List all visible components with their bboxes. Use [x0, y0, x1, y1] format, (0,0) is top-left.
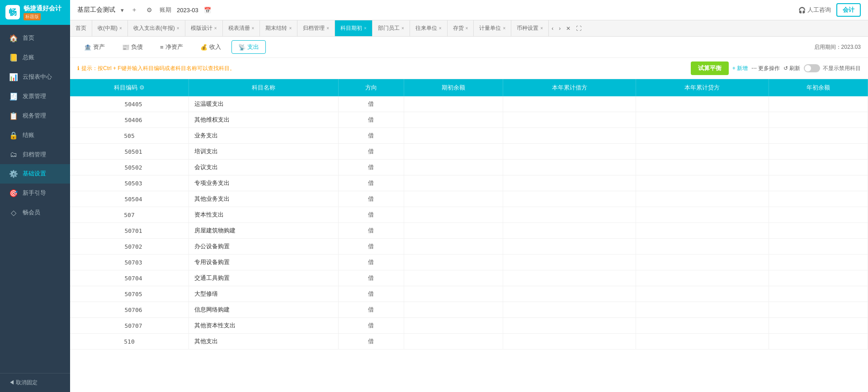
- cell-year-credit: [636, 175, 769, 191]
- cell-period-balance: [404, 191, 503, 207]
- help-btn[interactable]: 🎧 人工咨询: [798, 6, 831, 14]
- tab-----[interactable]: 税表清册×: [223, 20, 260, 37]
- dropdown-icon[interactable]: ▾: [121, 7, 124, 14]
- toggle-knob: [805, 65, 811, 71]
- tab-close-icon[interactable]: ×: [177, 26, 179, 31]
- add-tab-btn[interactable]: ＋: [129, 4, 139, 16]
- tab-next-btn[interactable]: ›: [556, 20, 563, 37]
- sidebar-item-home[interactable]: 🏠首页: [0, 28, 70, 48]
- table-row[interactable]: 50503 专项业务支出 借: [70, 175, 868, 191]
- sub-tab-收入[interactable]: 💰收入: [193, 40, 228, 54]
- cell-year-credit: [636, 239, 769, 255]
- sub-tab-净资产[interactable]: ≡净资产: [153, 40, 190, 54]
- info-icon: ℹ: [77, 65, 80, 71]
- tab-----[interactable]: 币种设置×: [511, 20, 549, 37]
- tab----------[interactable]: 收入支出表(年报)×: [128, 20, 185, 37]
- tab-close-icon[interactable]: ×: [540, 26, 543, 31]
- col-settings-icon[interactable]: ⚙: [139, 84, 145, 91]
- table-row[interactable]: 50702 办公设备购置 借: [70, 239, 868, 255]
- tab-close-icon[interactable]: ×: [214, 26, 217, 31]
- table-row[interactable]: 50704 交通工具购置 借: [70, 270, 868, 286]
- cell-direction: 借: [338, 318, 404, 334]
- tab-close-icon[interactable]: ×: [466, 26, 468, 31]
- tab---[interactable]: 首页: [70, 20, 92, 37]
- sidebar-item-guide[interactable]: 🎯新手引导: [0, 184, 70, 203]
- sidebar-item-settings[interactable]: ⚙️基础设置: [0, 164, 70, 184]
- cell-year-credit: [636, 223, 769, 239]
- sub-tab-支出[interactable]: 📡支出: [231, 40, 266, 54]
- cell-year-balance: [769, 112, 868, 128]
- table-row[interactable]: 50504 其他业务支出 借: [70, 191, 868, 207]
- more-btn[interactable]: ⋯ 更多操作: [751, 65, 780, 72]
- cell-year-debit: [503, 112, 636, 128]
- tab-close-icon[interactable]: ×: [119, 26, 122, 31]
- cell-code: 50707: [70, 318, 189, 334]
- sidebar-item-invoice[interactable]: 🧾发票管理: [0, 87, 70, 106]
- table-row[interactable]: 50703 专用设备购置 借: [70, 255, 868, 270]
- add-btn[interactable]: + 新增: [732, 65, 748, 72]
- table-row[interactable]: 50707 其他资本性支出 借: [70, 318, 868, 334]
- cell-code: 50503: [70, 175, 189, 191]
- table-row[interactable]: 50705 大型修缮 借: [70, 286, 868, 302]
- sidebar-pin-toggle[interactable]: ◀ 取消固定: [0, 373, 70, 392]
- sub-tab-资产[interactable]: 🏦资产: [77, 40, 112, 54]
- table-row[interactable]: 50502 会议支出 借: [70, 160, 868, 175]
- cell-year-credit: [636, 207, 769, 223]
- cell-year-credit: [636, 318, 769, 334]
- refresh-btn[interactable]: ↺ 刷新: [783, 65, 800, 72]
- toolbar: ℹ 提示：按Ctrl + F键并输入科目编码或者科目名称可以查找科目。 试算平衡…: [70, 58, 868, 79]
- col-code: 科目编码 ⚙: [70, 79, 189, 96]
- tab-----[interactable]: 往来单位×: [410, 20, 448, 37]
- tab-----[interactable]: 科目期初×: [335, 20, 373, 37]
- table-row[interactable]: 50706 信息网络购建 借: [70, 302, 868, 318]
- table-row[interactable]: 510 其他支出 借: [70, 334, 868, 349]
- cell-year-credit: [636, 160, 769, 175]
- cell-period-balance: [404, 318, 503, 334]
- settings-btn[interactable]: ⚙: [145, 5, 154, 15]
- tab-----[interactable]: 部门员工×: [373, 20, 410, 37]
- tab-close-icon[interactable]: ×: [326, 26, 329, 31]
- table-container[interactable]: 科目编码 ⚙ 科目名称 方向 期初余额 本年累计借方 本年累计贷方 年初余额 5…: [70, 79, 868, 392]
- tab-----[interactable]: 模版设计×: [185, 20, 223, 37]
- tab-close-icon[interactable]: ×: [364, 26, 367, 31]
- sidebar-item-archive[interactable]: 🗂归档管理: [0, 145, 70, 164]
- cell-period-balance: [404, 334, 503, 349]
- sidebar-item-tax[interactable]: 📋税务管理: [0, 106, 70, 126]
- tab-close-icon[interactable]: ×: [439, 26, 442, 31]
- cell-period-balance: [404, 112, 503, 128]
- table-row[interactable]: 50406 其他维权支出 借: [70, 112, 868, 128]
- sidebar-item-reports[interactable]: 📊云报表中心: [0, 67, 70, 87]
- tab-close-icon[interactable]: ×: [252, 26, 255, 31]
- tab------[interactable]: 收(中期)×: [92, 20, 128, 37]
- sidebar-item-close[interactable]: 🔒结账: [0, 126, 70, 145]
- tab-----[interactable]: 归档管理×: [297, 20, 335, 37]
- balance-btn[interactable]: 试算平衡: [691, 61, 729, 75]
- logo[interactable]: 畅 畅捷通好会计 标题版: [0, 0, 70, 25]
- tab---[interactable]: 存货×: [448, 20, 474, 37]
- 资产-icon: 🏦: [84, 44, 91, 51]
- tab-expand-btn[interactable]: ⛶: [573, 20, 584, 37]
- tab-close-icon[interactable]: ×: [289, 26, 292, 31]
- tab-close-all-btn[interactable]: ✕: [563, 20, 573, 37]
- calendar-icon[interactable]: 📅: [204, 7, 211, 14]
- table-row[interactable]: 50501 培训支出 借: [70, 144, 868, 160]
- cell-code: 505: [70, 128, 189, 144]
- tab-----[interactable]: 计量单位×: [474, 20, 511, 37]
- sidebar-item-ledger[interactable]: 📒总账: [0, 48, 70, 67]
- cell-year-debit: [503, 207, 636, 223]
- cell-name: 会议支出: [189, 160, 339, 175]
- sidebar-item-member[interactable]: ◇畅会员: [0, 203, 70, 222]
- disabled-toggle[interactable]: [804, 64, 820, 72]
- tab-close-icon[interactable]: ×: [503, 26, 505, 31]
- table-row[interactable]: 50405 运温暖支出 借: [70, 96, 868, 112]
- table-row[interactable]: 507 资本性支出 借: [70, 207, 868, 223]
- company-name[interactable]: 基层工会测试: [77, 6, 115, 14]
- sub-tab-负债[interactable]: 📰负债: [115, 40, 150, 54]
- account-btn[interactable]: 会计: [836, 3, 861, 17]
- tab-----[interactable]: 期末结转×: [260, 20, 297, 37]
- tab-prev-btn[interactable]: ‹: [549, 20, 556, 37]
- tab-close-icon[interactable]: ×: [401, 26, 404, 31]
- table-row[interactable]: 505 业务支出 借: [70, 128, 868, 144]
- 负债-icon: 📰: [122, 44, 129, 51]
- table-row[interactable]: 50701 房屋建筑物购建 借: [70, 223, 868, 239]
